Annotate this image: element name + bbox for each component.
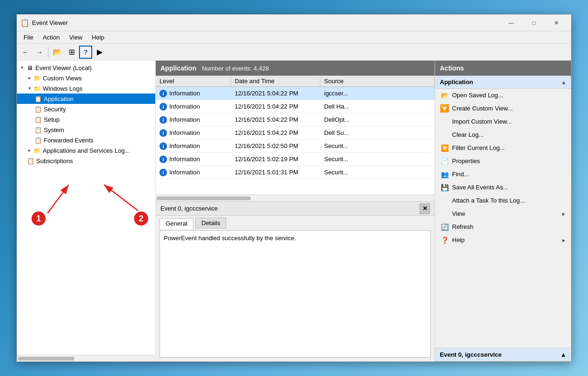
properties-icon: 📄 (440, 157, 449, 166)
menu-view[interactable]: View (64, 32, 87, 43)
cell-level-0: i Information (156, 87, 231, 100)
tree-item-security[interactable]: 📋 Security (17, 104, 155, 114)
action-open-saved-log[interactable]: 📂 Open Saved Log... (435, 89, 571, 102)
action-view[interactable]: View ► (435, 207, 571, 220)
window-controls: — □ ✕ (501, 16, 567, 30)
view-arrow-icon: ► (561, 211, 566, 217)
tree-label-custom-views: Custom Views (43, 75, 82, 82)
tree-item-application[interactable]: 📋 Application (17, 94, 155, 104)
action-refresh[interactable]: 🔄 Refresh (435, 220, 571, 234)
table-row[interactable]: i Information 12/16/2021 5:04:22 PM igcc… (156, 87, 435, 100)
tree-item-event-viewer-local[interactable]: ▼ 🖥 Event Viewer (Local) (17, 63, 155, 73)
tab-details[interactable]: Details (195, 218, 226, 228)
actions-section-2: Event 0, igcccservice ▲ (435, 348, 571, 361)
action-attach-task-label: Attach a Task To this Log... (452, 197, 525, 204)
open-log-button[interactable]: 📂 (51, 46, 64, 59)
help-toolbar-button[interactable]: ? (79, 46, 92, 59)
help-arrow-icon: ► (561, 237, 566, 243)
tab-general[interactable]: General (159, 218, 193, 229)
table-h-scroll-thumb[interactable] (157, 196, 251, 200)
info-icon-1: i (159, 103, 167, 110)
cell-level-2: i Information (156, 113, 231, 126)
tree-item-windows-logs[interactable]: ▼ 📁 Windows Logs (17, 83, 155, 94)
save-all-icon: 💾 (440, 183, 449, 192)
action-import-label: Import Custom View... (452, 118, 512, 125)
cell-source-3: Dell Su... (320, 126, 435, 139)
tree-label-windows-logs: Windows Logs (43, 85, 83, 92)
actions-section-2-label: Event 0, igcccservice (440, 351, 502, 358)
actions-list: 📂 Open Saved Log... 🔽 Create Custom View… (435, 89, 571, 348)
forward-button[interactable]: → (33, 46, 46, 59)
tree-item-custom-views[interactable]: ► 📁 Custom Views (17, 73, 155, 83)
import-icon (440, 117, 449, 126)
refresh-icon: 🔄 (440, 222, 449, 232)
minimize-button[interactable]: — (501, 16, 522, 30)
table-horizontal-scrollbar[interactable] (156, 195, 435, 201)
action-save-all-events[interactable]: 💾 Save All Events As... (435, 181, 571, 194)
actions-section-2-header[interactable]: Event 0, igcccservice ▲ (435, 348, 571, 361)
actions-header: Actions (435, 61, 571, 76)
table-row[interactable]: i Information 12/16/2021 5:04:22 PM Dell… (156, 126, 435, 140)
clear-log-icon (440, 130, 449, 140)
menu-file[interactable]: File (19, 32, 38, 43)
table-view-button[interactable]: ⊞ (65, 46, 78, 59)
tree-label-setup: Setup (44, 116, 60, 123)
action-find[interactable]: 👥 Find... (435, 168, 571, 181)
close-button[interactable]: ✕ (546, 16, 567, 30)
cell-source-2: DellOpt... (320, 113, 435, 126)
menu-action[interactable]: Action (38, 32, 64, 43)
cell-source-1: Dell Ha... (320, 100, 435, 113)
cell-date-4: 12/16/2021 5:02:50 PM (231, 140, 320, 152)
tree-item-app-services[interactable]: ► 📁 Applications and Services Log... (17, 145, 155, 156)
action-refresh-label: Refresh (452, 223, 474, 230)
table-row[interactable]: i Information 12/16/2021 5:02:50 PM Secu… (156, 140, 435, 153)
menu-help[interactable]: Help (87, 32, 109, 43)
tree-label-system: System (44, 126, 64, 133)
action-help[interactable]: ❓ Help ► (435, 234, 571, 247)
event-tabs: General Details (156, 216, 435, 228)
event-text: PowerEvent handled successfully by the s… (164, 235, 427, 242)
create-custom-view-icon: 🔽 (440, 104, 449, 113)
action-create-custom-view[interactable]: 🔽 Create Custom View... (435, 102, 571, 115)
info-icon-0: i (159, 90, 167, 97)
action-attach-task[interactable]: Attach a Task To this Log... (435, 194, 571, 207)
cell-level-5: i Information (156, 153, 231, 165)
action-clear-log[interactable]: Clear Log... (435, 128, 571, 141)
event-content: PowerEvent handled successfully by the s… (159, 230, 431, 358)
cell-level-6: i Information (156, 166, 231, 179)
back-button[interactable]: ← (19, 46, 32, 59)
cell-level-4: i Information (156, 140, 231, 152)
events-table-section: Application Number of events: 4,428 Leve… (156, 61, 435, 202)
info-icon-3: i (159, 129, 167, 137)
open-saved-log-icon: 📂 (440, 91, 449, 100)
tree-item-forwarded-events[interactable]: 📋 Forwarded Events (17, 135, 155, 145)
cell-date-6: 12/16/2021 5:01:31 PM (231, 166, 320, 179)
app-icon: 📋 (21, 19, 29, 27)
action-import-custom-view[interactable]: Import Custom View... (435, 115, 571, 128)
cell-source-4: Securit... (320, 140, 435, 152)
collapse-section-1-icon[interactable]: ▲ (561, 79, 566, 85)
event-detail-close-button[interactable]: ✕ (420, 204, 430, 214)
tree-item-subscriptions[interactable]: 📋 Subscriptions (17, 156, 155, 166)
actions-section-1-header[interactable]: Application ▲ (435, 76, 571, 89)
custom-views-icon: 📁 (33, 74, 41, 82)
table-row[interactable]: i Information 12/16/2021 5:04:22 PM Dell… (156, 113, 435, 126)
table-row[interactable]: i Information 12/16/2021 5:04:22 PM Dell… (156, 100, 435, 113)
tree-item-setup[interactable]: 📋 Setup (17, 114, 155, 125)
col-header-level: Level (156, 76, 231, 86)
action-properties[interactable]: 📄 Properties (435, 155, 571, 168)
collapse-section-2-icon[interactable]: ▲ (560, 351, 566, 358)
tree-item-system[interactable]: 📋 System (17, 125, 155, 135)
left-panel-scrollbar[interactable] (17, 355, 155, 361)
main-content: ▼ 🖥 Event Viewer (Local) ► 📁 Custom View… (17, 61, 571, 361)
table-row[interactable]: i Information 12/16/2021 5:02:19 PM Secu… (156, 153, 435, 166)
expand-icon-app-services: ► (26, 147, 33, 154)
action-filter-current-log[interactable]: 🔽 Filter Current Log... (435, 141, 571, 155)
maximize-button[interactable]: □ (523, 16, 545, 30)
table-row[interactable]: i Information 12/16/2021 5:01:31 PM Secu… (156, 166, 435, 179)
find-icon: 👥 (440, 170, 449, 179)
table-body: i Information 12/16/2021 5:04:22 PM igcc… (156, 87, 435, 195)
left-scroll-thumb[interactable] (18, 357, 74, 360)
help-icon: ❓ (440, 235, 449, 245)
play-button[interactable]: ▶ (93, 46, 106, 59)
